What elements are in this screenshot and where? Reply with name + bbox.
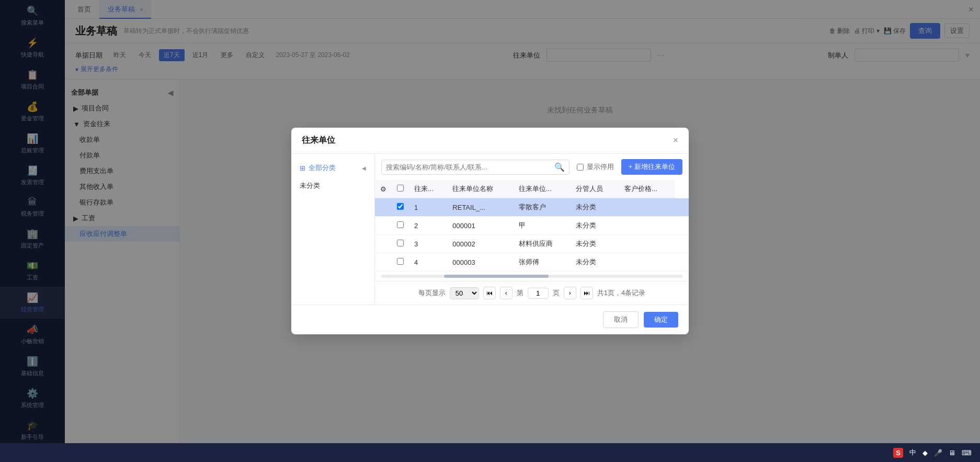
table-row[interactable]: 3 000002 材料供应商 未分类	[375, 235, 689, 253]
row-3-setting	[375, 235, 392, 253]
taskbar-lang-icon[interactable]: 中	[909, 448, 916, 457]
row-3-check[interactable]	[392, 235, 409, 253]
row-1-manager	[619, 198, 675, 217]
dialog-tree: ⊞ 全部分类 ◀ 未分类	[291, 154, 375, 305]
row-1-price	[675, 198, 689, 217]
row-1-check[interactable]	[392, 198, 409, 217]
dialog-header: 往来单位 ×	[291, 128, 689, 154]
row-4-setting	[375, 253, 392, 272]
row-2-code: 000001	[447, 217, 513, 235]
page-number-input[interactable]	[528, 288, 549, 299]
per-page-label: 每页显示	[418, 288, 446, 298]
row-4-category: 未分类	[571, 253, 619, 272]
taskbar-keyboard-icon[interactable]: ⌨	[962, 449, 972, 457]
col-code-header: 往来...	[409, 180, 447, 198]
row-4-code: 000003	[447, 253, 513, 272]
dialog-toolbar: 🔍 显示停用 + 新增往来单位	[375, 154, 689, 180]
dialog-close-button[interactable]: ×	[673, 135, 678, 146]
row-3-no: 3	[409, 235, 447, 253]
page-label: 第	[517, 288, 523, 298]
row-3-manager	[619, 235, 675, 253]
dialog-pagination: 每页显示 50 20 100 ⏮ ‹ 第 页 › ⏭ 共1页，4条记录	[375, 281, 689, 305]
dialog-title: 往来单位	[302, 135, 335, 146]
show-disabled-checkbox[interactable]	[577, 164, 584, 171]
add-partner-button[interactable]: + 新增往来单位	[621, 159, 682, 175]
row-4-price	[675, 253, 689, 272]
total-info: 共1页，4条记录	[597, 288, 645, 298]
taskbar-screen-icon[interactable]: 🖥	[949, 449, 955, 457]
table-row[interactable]: 2 000001 甲 未分类	[375, 217, 689, 235]
row-1-setting	[375, 198, 392, 217]
row-3-code: 000002	[447, 235, 513, 253]
row-3-category: 未分类	[571, 235, 619, 253]
search-box: 🔍	[381, 160, 569, 175]
table-row[interactable]: 1 RETAIL_... 零散客户 未分类	[375, 198, 689, 217]
row-4-no: 4	[409, 253, 447, 272]
dialog-table: ⚙ 往来... 往来单位名称 往来单位... 分管人员 客户价格...	[375, 180, 689, 272]
tree-collapse-icon[interactable]: ◀	[362, 165, 366, 171]
row-4-manager	[619, 253, 675, 272]
grid-icon: ⊞	[300, 164, 305, 172]
col-check-header	[392, 180, 409, 198]
select-all-checkbox[interactable]	[397, 185, 404, 191]
confirm-button[interactable]: 确定	[644, 312, 678, 328]
dialog-main: 🔍 显示停用 + 新增往来单位 ⚙	[375, 154, 689, 305]
show-disabled: 显示停用	[577, 162, 614, 172]
dialog-tree-item-uncategorized[interactable]: 未分类	[291, 177, 374, 195]
row-2-name: 甲	[514, 217, 571, 235]
row-2-setting	[375, 217, 392, 235]
row-1-code: RETAIL_...	[447, 198, 513, 217]
taskbar-diamond-icon[interactable]: ◆	[922, 449, 928, 457]
row-3-price	[675, 235, 689, 253]
scrollbar-thumb[interactable]	[444, 275, 549, 278]
cancel-button[interactable]: 取消	[603, 311, 639, 328]
row-2-no: 2	[409, 217, 447, 235]
dialog-tree-item-all[interactable]: ⊞ 全部分类 ◀	[291, 159, 374, 177]
last-page-button[interactable]: ⏭	[580, 287, 593, 299]
row-2-check[interactable]	[392, 217, 409, 235]
dialog: 往来单位 × ⊞ 全部分类 ◀ 未分类	[291, 128, 689, 334]
col-manager-header: 分管人员	[571, 180, 619, 198]
col-price-header: 客户价格...	[619, 180, 675, 198]
first-page-button[interactable]: ⏮	[483, 287, 496, 299]
prev-page-button[interactable]: ‹	[500, 287, 512, 299]
search-icon: 🔍	[554, 162, 565, 172]
col-name-header: 往来单位名称	[447, 180, 513, 198]
table-row[interactable]: 4 000003 张师傅 未分类	[375, 253, 689, 272]
search-input[interactable]	[386, 163, 551, 171]
dialog-footer: 取消 确定	[291, 305, 689, 334]
row-1-no: 1	[409, 198, 447, 217]
taskbar-s-icon[interactable]: S	[893, 448, 903, 458]
taskbar-mic-icon[interactable]: 🎤	[934, 449, 942, 457]
taskbar: S 中 ◆ 🎤 🖥 ⌨	[0, 443, 980, 462]
partner-table: ⚙ 往来... 往来单位名称 往来单位... 分管人员 客户价格...	[375, 180, 689, 272]
row-4-check[interactable]	[392, 253, 409, 272]
dialog-body: ⊞ 全部分类 ◀ 未分类 🔍 显示停用	[291, 154, 689, 305]
dialog-overlay: 往来单位 × ⊞ 全部分类 ◀ 未分类	[0, 0, 980, 462]
per-page-select[interactable]: 50 20 100	[450, 287, 479, 299]
row-3-name: 材料供应商	[514, 235, 571, 253]
row-2-category: 未分类	[571, 217, 619, 235]
row-1-name: 零散客户	[514, 198, 571, 217]
table-header-row: ⚙ 往来... 往来单位名称 往来单位... 分管人员 客户价格...	[375, 180, 689, 198]
col-category-header: 往来单位...	[514, 180, 571, 198]
next-page-button[interactable]: ›	[564, 287, 576, 299]
page-unit-label: 页	[553, 288, 560, 298]
row-2-manager	[619, 217, 675, 235]
row-1-category: 未分类	[571, 198, 619, 217]
row-2-price	[675, 217, 689, 235]
show-disabled-label: 显示停用	[587, 162, 614, 172]
row-4-name: 张师傅	[514, 253, 571, 272]
horizontal-scrollbar[interactable]	[375, 272, 689, 281]
col-settings-header: ⚙	[375, 180, 392, 198]
